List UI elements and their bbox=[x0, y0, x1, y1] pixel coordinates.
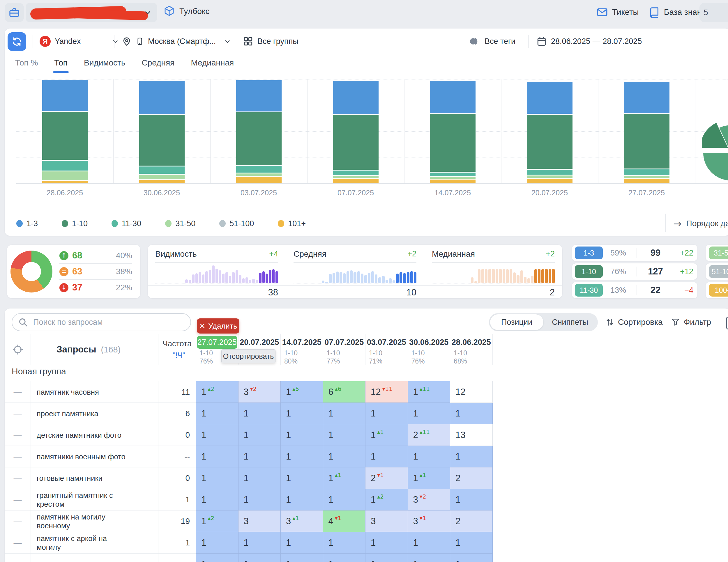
header-frequency-cell[interactable]: Частота "!Ч" bbox=[158, 334, 196, 365]
date-order-button[interactable]: → Порядок дат bbox=[673, 215, 728, 232]
header-date-14.07.2025[interactable]: 14.07.20251-1080% bbox=[281, 334, 323, 365]
position-cell[interactable]: 1 bbox=[408, 532, 450, 554]
position-cell[interactable]: 3▾2 bbox=[238, 381, 281, 403]
metric-card-Видимость[interactable]: Видимость+438 bbox=[148, 245, 286, 298]
row-drag-handle[interactable]: — bbox=[5, 424, 31, 446]
stacked-bar-30.06.2025[interactable] bbox=[139, 80, 185, 183]
position-cell[interactable]: 2 bbox=[450, 510, 493, 532]
position-cell[interactable]: 1 bbox=[196, 424, 238, 446]
position-cell[interactable]: 1 bbox=[238, 467, 281, 489]
metric-card-Средняя[interactable]: Средняя+210 bbox=[286, 245, 424, 298]
position-cell[interactable]: 1 bbox=[450, 532, 493, 554]
position-cell[interactable]: 3▴1 bbox=[281, 510, 323, 532]
tab-Видимость[interactable]: Видимость bbox=[83, 58, 127, 70]
position-cell[interactable]: 1 bbox=[196, 532, 238, 554]
query-name[interactable]: детские памятники фото bbox=[31, 424, 158, 446]
position-cell[interactable]: 1 bbox=[450, 403, 493, 424]
notification-badge-partial[interactable]: 5 bbox=[699, 3, 728, 22]
position-cell[interactable]: 1 bbox=[323, 554, 366, 562]
position-cell[interactable]: 1 bbox=[323, 489, 366, 510]
header-date-07.07.2025[interactable]: 07.07.20251-1077% bbox=[323, 334, 366, 365]
position-cell[interactable]: 1 bbox=[323, 424, 366, 446]
position-cell[interactable]: 1 bbox=[365, 403, 408, 424]
tab-Топ %[interactable]: Топ % bbox=[14, 58, 39, 70]
groups-selector[interactable]: Все группы bbox=[243, 29, 298, 54]
tab-Средняя[interactable]: Средняя bbox=[141, 58, 176, 70]
position-cell[interactable]: 1 bbox=[281, 554, 323, 562]
position-cell[interactable]: 3▾1 bbox=[408, 510, 450, 532]
position-cell[interactable]: 3▾2 bbox=[408, 489, 450, 510]
row-drag-handle[interactable]: — bbox=[5, 446, 31, 467]
range-card-100+[interactable]: 100+ bbox=[706, 282, 728, 298]
position-cell[interactable]: 1 bbox=[408, 446, 450, 467]
date-range-selector[interactable]: 28.06.2025 — 28.07.2025 bbox=[536, 29, 642, 54]
position-cell[interactable]: 1 bbox=[323, 532, 366, 554]
position-cell[interactable]: 3 bbox=[238, 510, 281, 532]
position-cell[interactable]: 1 bbox=[196, 446, 238, 467]
query-name[interactable] bbox=[31, 554, 158, 562]
position-cell[interactable]: 2▴11 bbox=[408, 424, 450, 446]
position-cell[interactable]: 1 bbox=[196, 403, 238, 424]
position-cell[interactable]: 12 bbox=[450, 381, 493, 403]
tab-Медианная[interactable]: Медианная bbox=[190, 58, 235, 70]
row-drag-handle[interactable]: — bbox=[5, 489, 31, 510]
position-cell[interactable]: 1 bbox=[238, 489, 281, 510]
range-card-11-30[interactable]: 11-3013%22−4 bbox=[572, 282, 697, 298]
position-cell[interactable]: 1 bbox=[323, 446, 366, 467]
position-cell[interactable]: 1 bbox=[281, 424, 323, 446]
query-name[interactable]: памятники военным фото bbox=[31, 446, 158, 467]
group-header[interactable]: Новая группа bbox=[5, 363, 728, 381]
projects-button[interactable] bbox=[5, 3, 24, 22]
position-cell[interactable]: 1▴11 bbox=[408, 381, 450, 403]
position-cell[interactable]: 2▾1 bbox=[365, 467, 408, 489]
position-cell[interactable]: 2 bbox=[450, 467, 493, 489]
position-cell[interactable]: 6▴6 bbox=[323, 381, 366, 403]
tags-selector[interactable]: Все теги bbox=[469, 29, 515, 54]
stacked-bar-14.07.2025[interactable] bbox=[430, 80, 476, 183]
stacked-bar-20.07.2025[interactable] bbox=[527, 80, 572, 183]
range-card-1-3[interactable]: 1-359%99+22 bbox=[572, 245, 697, 261]
position-cell[interactable]: 1▴1 bbox=[408, 467, 450, 489]
sort-button[interactable]: Сортировка bbox=[605, 313, 663, 331]
position-cell[interactable]: 1 bbox=[408, 554, 450, 562]
header-date-28.06.2025[interactable]: 28.06.20251-1068% bbox=[450, 334, 493, 365]
position-cell[interactable]: 1 bbox=[281, 489, 323, 510]
row-drag-handle[interactable]: — bbox=[5, 403, 31, 424]
toolbox-link[interactable]: Тулбокс bbox=[163, 5, 209, 17]
position-cell[interactable]: 12▾11 bbox=[365, 381, 408, 403]
query-name[interactable]: памятник часовня bbox=[31, 381, 158, 403]
query-name[interactable]: проект памятника bbox=[31, 403, 158, 424]
position-cell[interactable]: 1 bbox=[365, 446, 408, 467]
range-card-1-10[interactable]: 1-1076%127+12 bbox=[572, 264, 697, 280]
delete-button[interactable]: ✕ Удалить bbox=[197, 318, 239, 333]
header-date-03.07.2025[interactable]: 03.07.20251-1071% bbox=[365, 334, 408, 365]
position-cell[interactable]: 1 bbox=[196, 467, 238, 489]
query-name[interactable]: готовые памятники bbox=[31, 467, 158, 489]
search-engine-selector[interactable]: Я Yandex bbox=[40, 29, 119, 54]
stacked-bar-03.07.2025[interactable] bbox=[236, 80, 282, 183]
position-cell[interactable]: 1 bbox=[196, 489, 238, 510]
position-cell[interactable]: 1 bbox=[281, 403, 323, 424]
header-queries-cell[interactable]: Запросы (168) bbox=[31, 334, 158, 365]
position-cell[interactable]: 1 bbox=[365, 532, 408, 554]
position-cell[interactable]: 1 bbox=[238, 403, 281, 424]
stacked-bar-27.07.2025[interactable] bbox=[624, 80, 669, 183]
position-cell[interactable]: 1 bbox=[238, 446, 281, 467]
position-cell[interactable]: 1 bbox=[450, 446, 493, 467]
row-drag-handle[interactable]: — bbox=[5, 510, 31, 532]
position-cell[interactable]: 4▾1 bbox=[323, 510, 366, 532]
row-drag-handle[interactable]: — bbox=[5, 467, 31, 489]
position-cell[interactable]: 1 bbox=[281, 467, 323, 489]
refresh-button[interactable] bbox=[8, 32, 26, 51]
query-name[interactable]: памятник на могилу военному bbox=[31, 510, 158, 532]
region-selector[interactable]: Москва (Смартф... bbox=[122, 29, 232, 54]
row-drag-handle[interactable] bbox=[5, 554, 31, 562]
position-cell[interactable]: 1▴5 bbox=[281, 381, 323, 403]
position-cell[interactable]: 1 bbox=[323, 403, 366, 424]
position-cell[interactable]: 1▴1 bbox=[323, 467, 366, 489]
position-cell[interactable]: 1 bbox=[238, 554, 281, 562]
stacked-bar-07.07.2025[interactable] bbox=[333, 80, 379, 183]
metric-card-Медианная[interactable]: Медианная+22 bbox=[424, 245, 562, 298]
header-date-30.06.2025[interactable]: 30.06.20251-1076% bbox=[408, 334, 450, 365]
position-cell[interactable]: 1▴2 bbox=[365, 489, 408, 510]
